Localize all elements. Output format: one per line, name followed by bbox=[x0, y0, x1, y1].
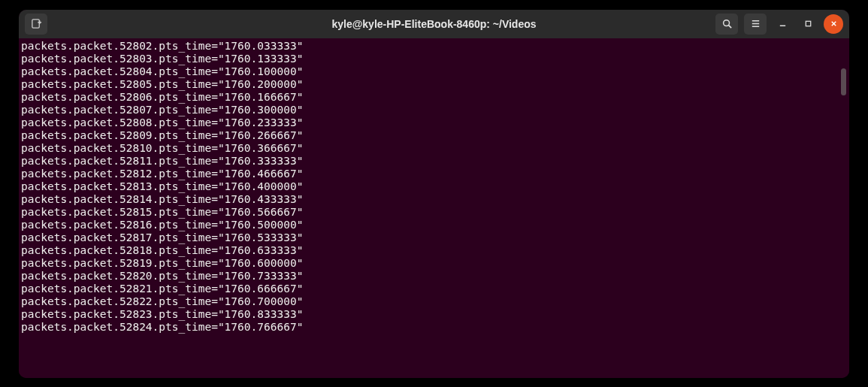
search-icon bbox=[721, 18, 733, 29]
search-button[interactable] bbox=[715, 14, 738, 35]
titlebar: kyle@kyle-HP-EliteBook-8460p: ~/Videos bbox=[19, 10, 849, 38]
terminal-line: packets.packet.52805.pts_time="1760.2000… bbox=[21, 78, 849, 91]
terminal-line: packets.packet.52824.pts_time="1760.7666… bbox=[21, 321, 849, 334]
svg-line-4 bbox=[728, 26, 731, 29]
titlebar-left bbox=[25, 14, 47, 35]
terminal-line: packets.packet.52823.pts_time="1760.8333… bbox=[21, 308, 849, 321]
terminal-line: packets.packet.52820.pts_time="1760.7333… bbox=[21, 270, 849, 283]
terminal-line: packets.packet.52822.pts_time="1760.7000… bbox=[21, 295, 849, 308]
terminal-line: packets.packet.52812.pts_time="1760.4666… bbox=[21, 168, 849, 180]
svg-rect-0 bbox=[32, 20, 38, 28]
scrollbar-thumb[interactable] bbox=[841, 68, 846, 95]
terminal-line: packets.packet.52814.pts_time="1760.4333… bbox=[21, 193, 849, 206]
maximize-icon bbox=[804, 20, 812, 28]
close-icon bbox=[830, 20, 838, 28]
terminal-line: packets.packet.52802.pts_time="1760.0333… bbox=[21, 40, 849, 53]
minimize-icon bbox=[779, 20, 787, 28]
terminal-line: packets.packet.52817.pts_time="1760.5333… bbox=[21, 231, 849, 244]
terminal-line: packets.packet.52804.pts_time="1760.1000… bbox=[21, 65, 849, 78]
terminal-line: packets.packet.52813.pts_time="1760.4000… bbox=[21, 180, 849, 193]
titlebar-right bbox=[715, 14, 843, 35]
terminal-line: packets.packet.52815.pts_time="1760.5666… bbox=[21, 206, 849, 219]
terminal-line: packets.packet.52810.pts_time="1760.3666… bbox=[21, 142, 849, 155]
hamburger-icon bbox=[750, 18, 761, 29]
terminal-body[interactable]: packets.packet.52802.pts_time="1760.0333… bbox=[19, 38, 849, 378]
close-button[interactable] bbox=[824, 14, 843, 34]
terminal-line: packets.packet.52819.pts_time="1760.6000… bbox=[21, 257, 849, 270]
new-tab-icon bbox=[31, 18, 42, 29]
terminal-line: packets.packet.52809.pts_time="1760.2666… bbox=[21, 129, 849, 142]
terminal-line: packets.packet.52807.pts_time="1760.3000… bbox=[21, 104, 849, 116]
terminal-line: packets.packet.52808.pts_time="1760.2333… bbox=[21, 116, 849, 129]
terminal-line: packets.packet.52806.pts_time="1760.1666… bbox=[21, 91, 849, 104]
terminal-line: packets.packet.52818.pts_time="1760.6333… bbox=[21, 244, 849, 257]
terminal-line: packets.packet.52803.pts_time="1760.1333… bbox=[21, 53, 849, 65]
svg-rect-9 bbox=[806, 21, 810, 26]
terminal-line: packets.packet.52811.pts_time="1760.3333… bbox=[21, 155, 849, 168]
terminal-line: packets.packet.52816.pts_time="1760.5000… bbox=[21, 219, 849, 231]
svg-point-3 bbox=[723, 20, 729, 26]
terminal-line: packets.packet.52821.pts_time="1760.6666… bbox=[21, 283, 849, 295]
terminal-output: packets.packet.52802.pts_time="1760.0333… bbox=[21, 40, 849, 334]
new-tab-button[interactable] bbox=[25, 14, 47, 35]
menu-button[interactable] bbox=[744, 14, 767, 35]
maximize-button[interactable] bbox=[798, 14, 818, 34]
minimize-button[interactable] bbox=[773, 14, 792, 34]
terminal-window: kyle@kyle-HP-EliteBook-8460p: ~/Videos bbox=[19, 10, 849, 378]
